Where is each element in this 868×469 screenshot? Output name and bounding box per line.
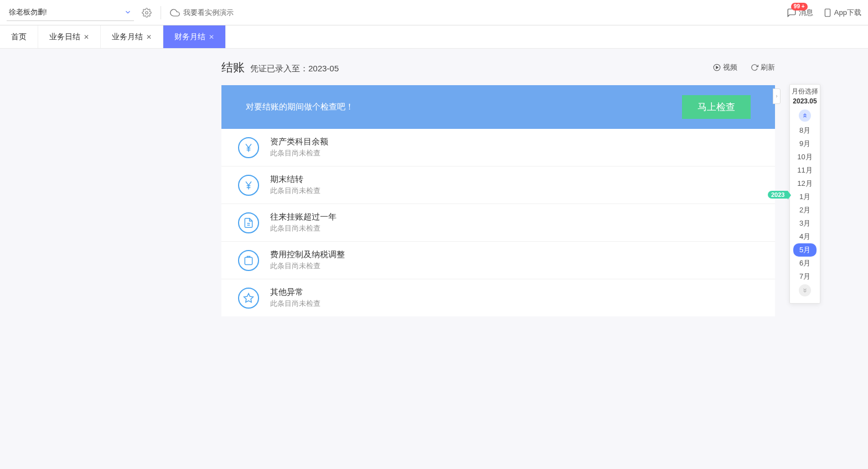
svg-rect-10 [245, 257, 252, 264]
svg-rect-4 [825, 9, 830, 16]
app-header: 徐老板勿删! 我要看实例演示 99 + 消息 App下载 [0, 0, 868, 25]
check-item-title: 往来挂账超过一年 [270, 212, 337, 222]
check-item-sub: 此条目尚未检查 [270, 223, 337, 233]
check-item-title: 其他异常 [270, 287, 321, 298]
yen-icon [238, 175, 259, 196]
check-now-button[interactable]: 马上检查 [682, 95, 751, 119]
close-icon[interactable]: ✕ [146, 33, 152, 41]
check-item[interactable]: 费用控制及纳税调整此条目尚未检查 [221, 242, 775, 279]
month-item[interactable]: 10月 [790, 150, 820, 164]
demo-label: 我要看实例演示 [183, 8, 234, 18]
refresh-icon [751, 64, 758, 71]
month-item[interactable]: 5月 [793, 243, 817, 257]
check-item-sub: 此条目尚未检查 [270, 148, 328, 158]
tab-label: 业务月结 [112, 32, 143, 42]
video-button[interactable]: 视频 [713, 62, 737, 72]
messages-button[interactable]: 99 + 消息 [787, 8, 813, 18]
phone-icon [823, 8, 832, 17]
tab-label: 业务日结 [49, 32, 80, 42]
settings-icon[interactable] [142, 8, 152, 18]
play-icon [713, 64, 721, 71]
check-list: 资产类科目余额此条目尚未检查期末结转此条目尚未检查往来挂账超过一年此条目尚未检查… [221, 129, 775, 316]
tab-0[interactable]: 首页 [0, 25, 38, 48]
org-name: 徐老板勿删! [9, 7, 47, 17]
month-item[interactable]: 4月 [790, 230, 820, 243]
month-item[interactable]: 6月 [790, 257, 820, 270]
yen-icon [238, 137, 259, 158]
app-download-button[interactable]: App下载 [823, 8, 861, 18]
doc-icon [238, 212, 259, 233]
check-item-sub: 此条目尚未检查 [270, 299, 321, 309]
workspace: 结账 凭证已录入至：2023-05 视频 刷新 对要结账的期间做个 [0, 49, 868, 469]
refresh-label: 刷新 [761, 62, 775, 72]
cloud-icon [170, 8, 180, 18]
check-item-sub: 此条目尚未检查 [270, 261, 345, 271]
check-banner: 对要结账的期间做个检查吧！ 马上检查 [221, 85, 775, 129]
month-item[interactable]: 2月 [790, 204, 820, 217]
check-item-sub: 此条目尚未检查 [270, 186, 321, 196]
scroll-up-button[interactable] [799, 110, 811, 122]
tab-label: 首页 [11, 32, 27, 42]
org-selector[interactable]: 徐老板勿删! [7, 4, 134, 21]
month-item[interactable]: 9月 [790, 137, 820, 150]
month-selector-panel: 月份选择 2023.05 8月9月10月11月12月1月20232月3月4月5月… [789, 84, 820, 304]
tabs-bar: 首页业务日结✕业务月结✕财务月结✕ [0, 25, 868, 49]
month-item[interactable]: 11月 [790, 164, 820, 177]
month-panel-header: 月份选择 [790, 85, 820, 96]
month-panel-selected: 2023.05 [790, 96, 820, 108]
month-item[interactable]: 8月 [790, 124, 820, 137]
month-item[interactable]: 3月 [790, 217, 820, 230]
star-icon [238, 288, 259, 309]
check-item[interactable]: 其他异常此条目尚未检查 [221, 279, 775, 316]
page-title: 结账 [221, 60, 245, 75]
svg-point-0 [146, 11, 148, 14]
scroll-down-button[interactable] [799, 284, 811, 296]
tab-label: 财务月结 [174, 32, 205, 42]
banner-text: 对要结账的期间做个检查吧！ [246, 102, 354, 112]
check-item-title: 期末结转 [270, 174, 321, 185]
tab-3[interactable]: 财务月结✕ [163, 25, 226, 48]
check-item-title: 资产类科目余额 [270, 137, 328, 147]
svg-marker-7 [716, 66, 719, 69]
tab-2[interactable]: 业务月结✕ [101, 25, 163, 48]
collapse-toggle[interactable] [773, 88, 781, 104]
refresh-button[interactable]: 刷新 [751, 62, 775, 72]
page-header: 结账 凭证已录入至：2023-05 视频 刷新 [221, 60, 775, 75]
demo-link[interactable]: 我要看实例演示 [170, 8, 234, 18]
check-item-title: 费用控制及纳税调整 [270, 249, 345, 260]
check-item[interactable]: 资产类科目余额此条目尚未检查 [221, 129, 775, 166]
chevron-down-icon [124, 8, 132, 16]
check-item[interactable]: 期末结转此条目尚未检查 [221, 166, 775, 204]
check-item[interactable]: 往来挂账超过一年此条目尚未检查 [221, 204, 775, 242]
messages-badge: 99 + [791, 3, 808, 11]
month-item[interactable]: 1月2023 [790, 190, 820, 204]
page-subtitle: 凭证已录入至：2023-05 [250, 64, 339, 74]
month-item[interactable]: 12月 [790, 177, 820, 190]
tab-1[interactable]: 业务日结✕ [38, 25, 101, 48]
divider [161, 6, 161, 19]
month-item[interactable]: 7月 [790, 270, 820, 283]
video-label: 视频 [723, 62, 737, 72]
year-tag: 2023 [768, 191, 788, 199]
close-icon[interactable]: ✕ [209, 33, 214, 41]
close-icon[interactable]: ✕ [84, 33, 89, 41]
clip-icon [238, 250, 259, 271]
app-download-label: App下载 [834, 8, 861, 18]
svg-marker-11 [244, 293, 254, 302]
